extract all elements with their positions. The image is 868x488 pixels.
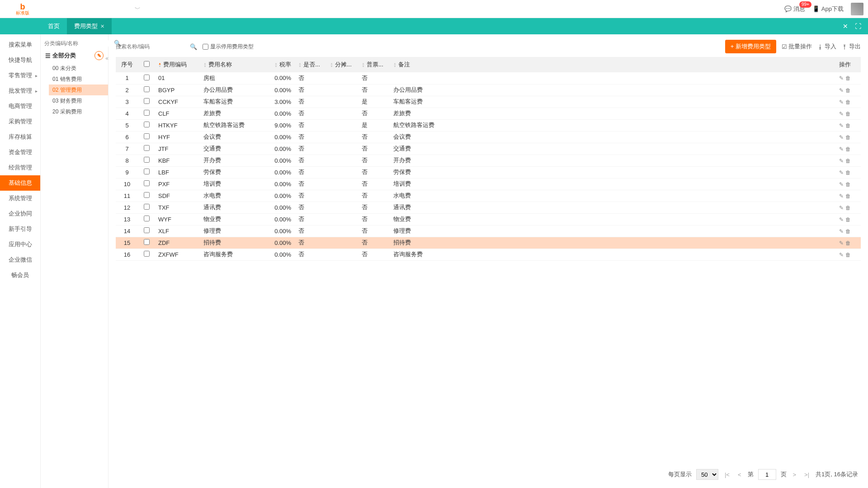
col-voucher[interactable]: 普票... [358, 57, 390, 72]
row-checkbox[interactable] [144, 227, 150, 233]
page-number-input[interactable] [758, 469, 776, 480]
search-icon[interactable]: 🔍 [190, 43, 197, 50]
col-remark[interactable]: 备注 [390, 57, 829, 72]
delete-icon[interactable]: 🗑 [845, 158, 851, 164]
delete-icon[interactable]: 🗑 [845, 134, 851, 141]
per-page-select[interactable]: 50 [696, 469, 718, 480]
col-rate[interactable]: 税率 [263, 57, 295, 72]
table-row[interactable]: 5HTKYF航空铁路客运费9.00%否是航空铁路客运费✎🗑 [116, 119, 861, 131]
delete-icon[interactable]: 🗑 [845, 228, 851, 235]
cell-checkbox[interactable] [138, 119, 155, 131]
row-checkbox[interactable] [144, 239, 150, 245]
sidebar-item[interactable]: 应用中心 [0, 237, 40, 252]
col-checkbox[interactable] [138, 57, 155, 72]
table-row[interactable]: 14XLF修理费0.00%否否修理费✎🗑 [116, 225, 861, 237]
messages-button[interactable]: 💬 消息 99+ [784, 5, 805, 13]
user-avatar[interactable] [851, 3, 863, 15]
table-row[interactable]: 7JTF交通费0.00%否否交通费✎🗑 [116, 143, 861, 155]
row-checkbox[interactable] [144, 192, 150, 198]
cell-checkbox[interactable] [138, 108, 155, 119]
batch-ops-button[interactable]: ☑批量操作 [782, 42, 812, 51]
table-row[interactable]: 13WYF物业费0.00%否否物业费✎🗑 [116, 213, 861, 225]
search-icon[interactable]: 🔍 [114, 40, 121, 47]
cell-checkbox[interactable] [138, 225, 155, 237]
cell-checkbox[interactable] [138, 166, 155, 178]
export-button[interactable]: ⭱导出 [842, 42, 861, 51]
edit-icon[interactable]: ✎ [839, 205, 844, 211]
delete-icon[interactable]: 🗑 [845, 181, 851, 188]
edit-icon[interactable]: ✎ [839, 134, 844, 141]
select-all-checkbox[interactable] [144, 61, 150, 67]
col-isx[interactable]: 是否... [295, 57, 326, 72]
table-row[interactable]: 3CCKYF车船客运费3.00%否是车船客运费✎🗑 [116, 96, 861, 108]
edit-category-button[interactable]: ✎ [94, 51, 104, 60]
delete-icon[interactable]: 🗑 [845, 99, 851, 105]
row-checkbox[interactable] [144, 157, 150, 163]
category-item[interactable]: 00 未分类 [49, 63, 108, 74]
edit-icon[interactable]: ✎ [839, 228, 844, 235]
collapse-panel-button[interactable]: « [105, 55, 108, 61]
delete-icon[interactable]: 🗑 [845, 205, 851, 211]
category-item[interactable]: 01 销售费用 [49, 74, 108, 84]
sidebar-item[interactable]: 快捷导航 [0, 52, 40, 68]
row-checkbox[interactable] [144, 251, 150, 257]
edit-icon[interactable]: ✎ [839, 252, 844, 258]
cell-checkbox[interactable] [138, 190, 155, 202]
cell-checkbox[interactable] [138, 249, 155, 260]
edit-icon[interactable]: ✎ [839, 169, 844, 176]
edit-icon[interactable]: ✎ [839, 75, 844, 81]
cell-checkbox[interactable] [138, 202, 155, 213]
delete-icon[interactable]: 🗑 [845, 111, 851, 117]
delete-icon[interactable]: 🗑 [845, 252, 851, 258]
sidebar-item[interactable]: 畅会员 [0, 267, 40, 283]
cell-checkbox[interactable] [138, 213, 155, 225]
row-checkbox[interactable] [144, 180, 150, 186]
cell-checkbox[interactable] [138, 131, 155, 143]
edit-icon[interactable]: ✎ [839, 99, 844, 105]
delete-icon[interactable]: 🗑 [845, 122, 851, 129]
sidebar-item[interactable]: 系统管理 [0, 191, 40, 206]
table-row[interactable]: 2BGYP办公用品费0.00%否否办公用品费✎🗑 [116, 84, 861, 96]
cell-checkbox[interactable] [138, 237, 155, 249]
org-selector[interactable] [54, 5, 90, 13]
cell-checkbox[interactable] [138, 72, 155, 84]
sidebar-item[interactable]: 搜索菜单 [0, 37, 40, 52]
category-item[interactable]: 20 采购费用 [49, 106, 108, 117]
edit-icon[interactable]: ✎ [839, 158, 844, 164]
show-disabled-checkbox[interactable]: 显示停用费用类型 [203, 43, 254, 51]
import-button[interactable]: ⭳导入 [817, 42, 836, 51]
edit-icon[interactable]: ✎ [839, 87, 844, 94]
col-name[interactable]: 费用名称 [200, 57, 263, 72]
chevron-down-icon[interactable]: ﹀ [135, 5, 141, 13]
table-row[interactable]: 8KBF开办费0.00%否否开办费✎🗑 [116, 155, 861, 166]
table-row[interactable]: 16ZXFWF咨询服务费0.00%否否咨询服务费✎🗑 [116, 249, 861, 260]
edit-icon[interactable]: ✎ [839, 111, 844, 117]
sidebar-item[interactable]: 经营管理 [0, 160, 40, 175]
delete-icon[interactable]: 🗑 [845, 169, 851, 176]
sidebar-item[interactable]: 资金管理 [0, 145, 40, 160]
last-page-button[interactable]: >| [802, 471, 811, 478]
table-row[interactable]: 6HYF会议费0.00%否否会议费✎🗑 [116, 131, 861, 143]
prev-page-button[interactable]: < [736, 471, 743, 478]
row-checkbox[interactable] [144, 110, 150, 116]
sidebar-item[interactable]: 库存核算 [0, 129, 40, 145]
row-checkbox[interactable] [144, 133, 150, 139]
table-search-input[interactable] [116, 43, 190, 50]
row-checkbox[interactable] [144, 216, 150, 221]
tab-close-all-button[interactable]: ✕ [839, 18, 852, 34]
row-checkbox[interactable] [144, 75, 150, 80]
table-row[interactable]: 15ZDF招待费0.00%否否招待费✎🗑 [116, 237, 861, 249]
close-icon[interactable]: ✕ [100, 23, 104, 29]
category-item[interactable]: 02 管理费用 [49, 84, 108, 95]
table-row[interactable]: 101房租0.00%否否✎🗑 [116, 72, 861, 84]
row-checkbox[interactable] [144, 98, 150, 104]
sidebar-item[interactable]: 零售管理▸ [0, 68, 40, 83]
row-checkbox[interactable] [144, 145, 150, 151]
delete-icon[interactable]: 🗑 [845, 146, 851, 152]
sidebar-item[interactable]: 采购管理 [0, 114, 40, 129]
edit-icon[interactable]: ✎ [839, 146, 844, 152]
delete-icon[interactable]: 🗑 [845, 87, 851, 94]
edit-icon[interactable]: ✎ [839, 122, 844, 129]
table-row[interactable]: 11SDF水电费0.00%否否水电费✎🗑 [116, 190, 861, 202]
cell-checkbox[interactable] [138, 143, 155, 155]
